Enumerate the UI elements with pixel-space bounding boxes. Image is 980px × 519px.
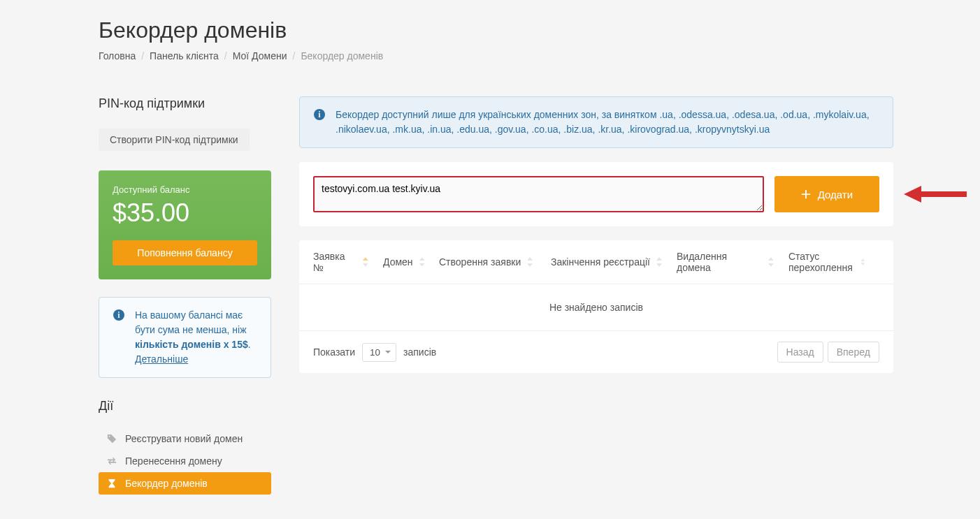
- info-icon: i: [113, 309, 124, 321]
- page-title: Бекордер доменів: [99, 17, 881, 43]
- balance-amount: $35.00: [113, 198, 257, 228]
- balance-card: Доступний баланс $35.00 Поповнення балан…: [99, 170, 271, 279]
- th-created[interactable]: Створення заявки: [439, 251, 551, 273]
- show-label: Показати: [313, 346, 355, 358]
- th-expiry[interactable]: Закінчення реєстрації: [551, 251, 677, 273]
- th-deletion[interactable]: Видалення домена: [677, 251, 788, 273]
- balance-details-link[interactable]: Детальніше: [135, 353, 188, 365]
- zone-alert: i Бекордер доступний лише для українськи…: [299, 96, 893, 148]
- create-pin-button[interactable]: Створити PIN-код підтримки: [99, 129, 250, 151]
- breadcrumb-domains[interactable]: Мої Домени: [233, 50, 287, 61]
- sort-icon: [362, 257, 369, 267]
- pin-section-title: PIN-код підтримки: [99, 96, 271, 111]
- th-request-no[interactable]: Заявка №: [313, 251, 383, 273]
- topup-button[interactable]: Поповнення балансу: [113, 240, 257, 265]
- entries-label: записів: [403, 346, 436, 358]
- arrow-annotation: [900, 180, 970, 208]
- page-size-select[interactable]: 10: [362, 343, 396, 362]
- sort-icon: [526, 257, 533, 267]
- th-status[interactable]: Статус перехоплення: [788, 251, 879, 273]
- next-button[interactable]: Вперед: [828, 342, 879, 363]
- hourglass-icon: [107, 478, 117, 488]
- breadcrumb: Головна Панель клієнта Мої Домени Бекорд…: [99, 50, 881, 61]
- th-domain[interactable]: Домен: [383, 251, 439, 273]
- balance-label: Доступний баланс: [113, 184, 257, 195]
- plus-icon: [801, 189, 811, 199]
- sort-icon: [656, 257, 663, 267]
- action-backorder[interactable]: Бекордер доменів: [99, 472, 271, 495]
- info-icon: i: [314, 109, 325, 120]
- breadcrumb-panel[interactable]: Панель клієнта: [150, 50, 219, 61]
- domain-input[interactable]: testovyi.com.ua test.kyiv.ua: [313, 176, 764, 212]
- balance-alert: i На вашому балансі має бути сума не мен…: [99, 297, 271, 378]
- sort-icon: [860, 257, 865, 267]
- add-button[interactable]: Додати: [774, 176, 879, 212]
- breadcrumb-current: Бекордер доменів: [301, 50, 383, 61]
- sort-icon: [768, 257, 774, 267]
- backorder-table: Заявка № Домен Створ: [299, 240, 893, 373]
- tag-icon: [107, 434, 117, 444]
- actions-title: Дії: [99, 399, 271, 414]
- breadcrumb-home[interactable]: Головна: [99, 50, 136, 61]
- action-transfer-domain[interactable]: Перенесення домену: [99, 450, 271, 472]
- transfer-icon: [107, 456, 117, 466]
- sort-icon: [419, 257, 425, 267]
- empty-state: Не знайдено записів: [299, 284, 893, 331]
- action-register-domain[interactable]: Реєструвати новий домен: [99, 427, 271, 450]
- prev-button[interactable]: Назад: [777, 342, 823, 363]
